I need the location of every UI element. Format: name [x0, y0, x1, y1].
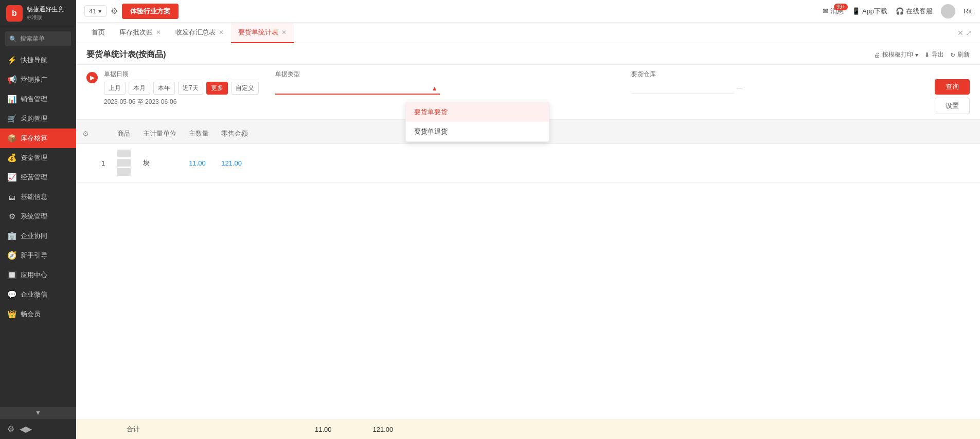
- page-title: 要货单统计表(按商品): [86, 49, 166, 60]
- message-icon: ✉: [823, 7, 828, 15]
- table-area: ⚙ 商品 主计量单位 主数量 零售金额 1: [76, 124, 980, 419]
- type-input-field[interactable]: [275, 82, 440, 95]
- search-menu-button[interactable]: 🔍 搜索菜单: [5, 31, 71, 46]
- date-btn-7days[interactable]: 近7天: [178, 82, 203, 95]
- date-btn-last-month[interactable]: 上月: [104, 82, 126, 95]
- type-chevron-up-icon[interactable]: ▲: [432, 85, 438, 92]
- wechat-icon: 💬: [7, 290, 16, 299]
- tab-inventory-batch[interactable]: 库存批次账 ✕: [112, 23, 168, 43]
- sidebar-item-basic[interactable]: 🗂 基础信息: [0, 187, 76, 207]
- expand-filter-btn[interactable]: ▶: [86, 72, 98, 83]
- guide-label: 新手引导: [21, 251, 47, 260]
- td-qty: 11.00: [183, 144, 215, 182]
- tabbar: 首页 库存批次账 ✕ 收发存汇总表 ✕ 要货单统计表 ✕ ✕ ⤢: [76, 23, 980, 43]
- td-goods: 商品名称信息: [111, 144, 137, 182]
- query-btn[interactable]: 查询: [935, 79, 970, 95]
- company-selector[interactable]: 41 ▾: [84, 5, 106, 17]
- vip-icon: 👑: [7, 309, 16, 319]
- tab-collect-summary-close[interactable]: ✕: [219, 29, 224, 36]
- company-chevron-icon: ▾: [98, 7, 102, 15]
- tab-requisition-stats-close[interactable]: ✕: [281, 29, 287, 36]
- system-label: 系统管理: [21, 212, 47, 221]
- refresh-btn[interactable]: ↻ 刷新: [950, 50, 970, 59]
- type-dropdown-menu: 要货单要货 要货单退货: [405, 102, 549, 142]
- warehouse-input-field[interactable]: [631, 82, 734, 94]
- filter-settings-btn[interactable]: 设置: [935, 98, 970, 114]
- sidebar-item-wechat[interactable]: 💬 企业微信: [0, 285, 76, 304]
- export-btn[interactable]: ⬇ 导出: [924, 50, 944, 59]
- avatar[interactable]: [941, 4, 955, 19]
- export-label: 导出: [932, 50, 944, 59]
- filter-actions: 查询 设置: [935, 70, 970, 114]
- footer-settings-icon[interactable]: ⚙: [7, 424, 14, 434]
- tab-close-all[interactable]: ✕ ⤢: [957, 29, 972, 37]
- sidebar-item-quicknav[interactable]: ⚡ 快捷导航: [0, 50, 76, 70]
- warehouse-filter-label: 要货仓库: [631, 70, 742, 79]
- page-header: 要货单统计表(按商品) 🖨 按模板打印 ▾ ⬇ 导出 ↻ 刷新: [76, 43, 980, 65]
- app-name-label: 畅捷通好生意: [27, 6, 64, 14]
- tab-collect-summary[interactable]: 收发存汇总表 ✕: [168, 23, 231, 43]
- table-footer: 合计 11.00 121.00: [76, 419, 980, 439]
- messages-btn[interactable]: ✉ 消息 99+: [823, 7, 844, 16]
- th-settings[interactable]: ⚙: [76, 124, 95, 144]
- finance-label: 资金管理: [21, 153, 47, 162]
- topbar: 41 ▾ ⚙ 体验行业方案 ✉ 消息 99+ 📱 App下载 🎧 在线客服 Ri…: [76, 0, 980, 23]
- tab-home-label: 首页: [92, 28, 105, 37]
- date-btn-more[interactable]: 更多: [206, 82, 228, 95]
- date-btn-this-year[interactable]: 本年: [153, 82, 175, 95]
- search-icon: 🔍: [9, 35, 17, 43]
- app-download-btn[interactable]: 📱 App下载: [852, 7, 887, 16]
- sidebar-item-enterprise[interactable]: 🏢 企业协同: [0, 226, 76, 246]
- tab-requisition-stats[interactable]: 要货单统计表 ✕: [231, 23, 294, 43]
- td-settings: [76, 144, 95, 182]
- tab-home[interactable]: 首页: [84, 23, 112, 43]
- sidebar-item-sales[interactable]: 📊 销售管理: [0, 89, 76, 109]
- quicknav-label: 快捷导航: [21, 56, 47, 65]
- topbar-settings-icon[interactable]: ⚙: [111, 6, 118, 16]
- date-btn-custom[interactable]: 自定义: [231, 82, 259, 95]
- tab-inventory-batch-close[interactable]: ✕: [156, 29, 161, 36]
- sidebar-item-system[interactable]: ⚙ 系统管理: [0, 207, 76, 226]
- purchase-icon: 🛒: [7, 114, 16, 123]
- service-icon: 🎧: [896, 7, 904, 15]
- sidebar-item-purchase[interactable]: 🛒 采购管理: [0, 109, 76, 129]
- operations-label: 经营管理: [21, 173, 47, 182]
- trial-btn[interactable]: 体验行业方案: [122, 4, 179, 19]
- sidebar: b 畅捷通好生意 标准版 🔍 搜索菜单 ⚡ 快捷导航 📢 营销推广 📊 销售管理…: [0, 0, 76, 439]
- print-template-btn[interactable]: 🖨 按模板打印 ▾: [874, 50, 918, 59]
- wechat-label: 企业微信: [21, 290, 47, 299]
- sidebar-item-finance[interactable]: 💰 资金管理: [0, 148, 76, 168]
- sidebar-nav: ⚡ 快捷导航 📢 营销推广 📊 销售管理 🛒 采购管理 📦 库存核算 💰 资金管…: [0, 50, 76, 407]
- user-name: Rit: [964, 7, 972, 15]
- appcenter-label: 应用中心: [21, 270, 47, 280]
- sidebar-item-vip[interactable]: 👑 畅会员: [0, 304, 76, 324]
- type-filter-label: 单据类型: [275, 70, 440, 79]
- finance-icon: 💰: [7, 153, 16, 162]
- refresh-icon: ↻: [950, 51, 955, 59]
- sidebar-item-guide[interactable]: 🧭 新手引导: [0, 246, 76, 265]
- appcenter-icon: 🔲: [7, 270, 16, 280]
- print-label: 按模板打印: [882, 50, 913, 59]
- sidebar-item-appcenter[interactable]: 🔲 应用中心: [0, 265, 76, 285]
- footer-collapse-icon[interactable]: ◀▶: [20, 424, 32, 434]
- operations-icon: 📈: [7, 173, 16, 182]
- enterprise-icon: 🏢: [7, 231, 16, 241]
- dropdown-item-requisition-return[interactable]: 要货单退货: [406, 122, 549, 141]
- sidebar-item-operations[interactable]: 📈 经营管理: [0, 168, 76, 187]
- topbar-right: ✉ 消息 99+ 📱 App下载 🎧 在线客服 Rit: [823, 4, 972, 19]
- date-btn-this-month[interactable]: 本月: [129, 82, 150, 95]
- sidebar-item-marketing[interactable]: 📢 营销推广: [0, 70, 76, 89]
- sidebar-scroll-down[interactable]: ▼: [0, 407, 76, 418]
- online-service-btn[interactable]: 🎧 在线客服: [896, 7, 933, 16]
- tab-requisition-stats-label: 要货单统计表: [238, 28, 278, 37]
- column-settings-icon[interactable]: ⚙: [82, 130, 89, 138]
- date-range-text: 2023-05-06 至 2023-06-06: [104, 98, 259, 106]
- td-index: 1: [95, 144, 111, 182]
- date-filter-label: 单据日期: [104, 70, 259, 79]
- maximize-icon: ⤢: [966, 29, 972, 37]
- sidebar-item-inventory[interactable]: 📦 库存核算: [0, 129, 76, 148]
- tab-collect-summary-label: 收发存汇总表: [175, 28, 216, 37]
- warehouse-more-icon[interactable]: ···: [736, 84, 742, 92]
- filter-bar: ▶ 单据日期 上月 本月 本年 近7天 更多 自定义 2023-05-06 至 …: [76, 65, 980, 120]
- dropdown-item-requisition-order[interactable]: 要货单要货: [406, 102, 549, 122]
